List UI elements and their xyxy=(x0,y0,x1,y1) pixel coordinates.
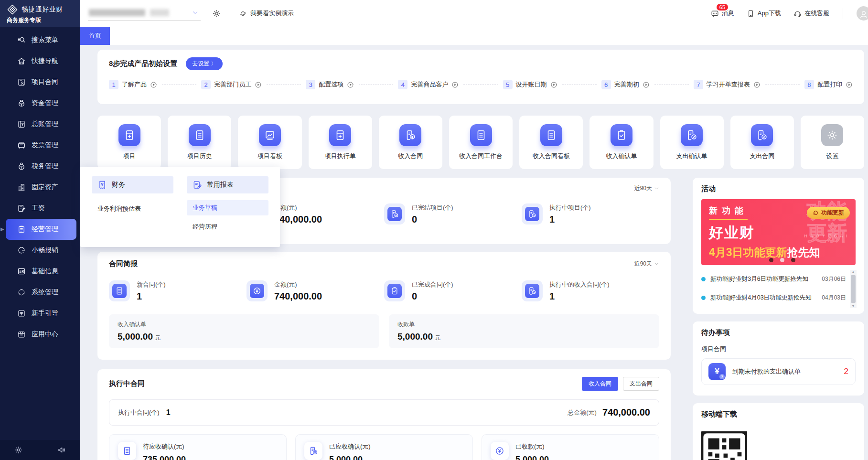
tab-home[interactable]: 首页 xyxy=(80,27,110,45)
step-connector xyxy=(267,85,301,85)
sidebar-item-project-contract[interactable]: 项目合同 xyxy=(6,72,76,93)
contract-range-selector[interactable]: 近90天 xyxy=(634,260,659,268)
main-content: 8步完成产品初始设置 去设置〉 1了解产品 2完善部门员工 3配置选项 4完善商… xyxy=(80,45,868,460)
project-range-selector[interactable]: 近90天 xyxy=(634,184,659,193)
search-icon xyxy=(17,36,26,44)
user-avatar[interactable] xyxy=(857,6,868,21)
announcement-volume-icon[interactable] xyxy=(57,446,66,454)
feature-update-badge[interactable]: 功能更新 xyxy=(807,207,850,219)
tile-expense-contract[interactable]: 支出合同 xyxy=(730,116,794,169)
tax-bag-icon xyxy=(17,162,26,171)
play-video-icon[interactable] xyxy=(150,81,157,88)
go-setup-button[interactable]: 去设置〉 xyxy=(186,57,223,70)
tile-project-board[interactable]: 项目看板 xyxy=(238,116,301,169)
tile-label: 项目 xyxy=(123,152,136,160)
news-item[interactable]: 新功能|好业财3月6日功能更新抢先知 03月06日 xyxy=(701,270,846,289)
flyout-item-business-history[interactable]: 经营历程 xyxy=(187,219,268,235)
setup-step: 5设开账日期 xyxy=(503,80,557,89)
contract-running-stat: 执行中的收入合同(个)1 xyxy=(522,280,659,302)
sidebar-item-search-menu[interactable]: 搜索菜单 xyxy=(6,30,76,51)
expense-contract-button[interactable]: 支出合同 xyxy=(623,377,659,391)
online-service-button[interactable]: 在线客服 xyxy=(793,9,829,18)
tile-project-history[interactable]: 项目历史 xyxy=(168,116,231,169)
document-lines-icon xyxy=(540,124,562,146)
document-user-icon xyxy=(17,78,26,86)
scrollbar-thumb[interactable] xyxy=(851,275,856,303)
flyout-item-business-draft[interactable]: 业务草稿 xyxy=(187,200,268,215)
app-download-button[interactable]: App下载 xyxy=(747,9,781,18)
business-management-flyout: 财务 业务利润预估表 常用报表 业务草稿 经营历程 xyxy=(80,167,280,247)
contract-amount-stat: 金额(元)740,000.00 xyxy=(246,280,384,302)
app-center-icon xyxy=(17,330,26,339)
sidebar-item-base-info[interactable]: 基础信息 xyxy=(6,261,76,282)
todo-item[interactable]: ¥? 到期未付款的支出确认单 2 xyxy=(701,358,856,385)
tile-project-execution[interactable]: 项目执行单 xyxy=(309,116,372,169)
news-item[interactable]: 新功能|好业财4月03日功能更新抢先知 04月03日 xyxy=(701,289,846,307)
contract-brief-title: 合同简报 xyxy=(109,259,138,268)
sidebar-item-app-center[interactable]: 应用中心 xyxy=(6,324,76,345)
setup-step: 4完善商品客户 xyxy=(398,80,459,89)
tile-income-contract[interactable]: 收入合同 xyxy=(379,116,442,169)
sidebar-item-quick-nav[interactable]: 快捷导航 xyxy=(6,51,76,72)
sidebar-collapse-arrow[interactable]: ▶ xyxy=(0,226,4,232)
step-number: 7 xyxy=(694,80,703,89)
scroll-down-arrow[interactable]: ▼ xyxy=(851,304,855,308)
contract-brief-card: 合同简报 近90天 新合同(个)1 金额(元)740,000.00 已完成合同(… xyxy=(97,252,671,360)
sidebar-item-salary[interactable]: 工资 xyxy=(6,198,76,219)
tile-project[interactable]: 项目 xyxy=(97,116,161,169)
tile-settings[interactable]: 设置 xyxy=(801,116,864,169)
qr-code xyxy=(701,431,747,460)
tab-bar: 首页 xyxy=(80,27,868,45)
tile-expense-confirmation[interactable]: 支出确认单 xyxy=(660,116,724,169)
tile-label: 收入确认单 xyxy=(606,152,637,160)
step-connector xyxy=(463,85,498,85)
sidebar-item-fixed-assets[interactable]: 固定资产 xyxy=(6,177,76,198)
tile-income-confirmation[interactable]: 收入确认单 xyxy=(589,116,653,169)
setup-guide-card: 8步完成产品初始设置 去设置〉 1了解产品 2完善部门员工 3配置选项 4完善商… xyxy=(97,50,864,104)
income-confirmation-subcard[interactable]: 收入确认单 5,000.00元 xyxy=(109,314,379,348)
receipt-subcard[interactable]: 收款单 5,000.00元 xyxy=(389,314,659,348)
scroll-up-arrow[interactable]: ▲ xyxy=(851,270,855,274)
sidebar-item-invoice[interactable]: 发票管理 xyxy=(6,135,76,156)
setup-step: 2完善部门员工 xyxy=(201,80,262,89)
tile-income-contract-workbench[interactable]: 收入合同工作台 xyxy=(449,116,513,169)
demo-link[interactable]: 我要看实例演示 xyxy=(239,9,294,18)
settings-gear-icon[interactable] xyxy=(14,446,23,454)
play-video-icon[interactable] xyxy=(643,81,650,88)
play-video-icon[interactable] xyxy=(550,81,557,88)
play-video-icon[interactable] xyxy=(753,81,761,88)
flyout-item-profit-estimate[interactable]: 业务利润预估表 xyxy=(92,201,173,216)
sidebar-item-beginner-guide[interactable]: 新手引导 xyxy=(6,303,76,324)
bullet-dot-icon xyxy=(701,277,706,281)
document-lines-icon xyxy=(470,124,492,146)
sidebar-item-tax[interactable]: 税务管理 xyxy=(6,156,76,177)
play-video-icon[interactable] xyxy=(347,81,354,88)
step-label: 完善部门员工 xyxy=(214,80,251,89)
company-selector[interactable] xyxy=(88,6,201,21)
setup-step: 1了解产品 xyxy=(109,80,157,89)
sidebar-item-funds[interactable]: 资金管理 xyxy=(6,93,76,114)
todo-item-label: 到期未付款的支出确认单 xyxy=(732,367,837,376)
tile-label: 支出确认单 xyxy=(676,152,707,160)
play-video-icon[interactable] xyxy=(451,81,459,88)
news-scrollbar[interactable]: ▲ ▼ xyxy=(850,270,857,308)
promo-banner[interactable]: 功能更新 新功能 好业财 4月3日功能更新抢先知 功能更新 H A O Y E … xyxy=(701,199,856,265)
clipboard-icon xyxy=(17,225,26,234)
tile-income-contract-board[interactable]: 收入合同看板 xyxy=(519,116,583,169)
news-text: 新功能|好业财4月03日功能更新抢先知 xyxy=(710,294,819,302)
sidebar-item-label: 小畅报销 xyxy=(32,246,58,255)
play-video-icon[interactable] xyxy=(846,81,853,88)
sidebar-item-general-ledger[interactable]: 总账管理 xyxy=(6,114,76,135)
document-coin-icon xyxy=(399,124,421,146)
sidebar-item-expense[interactable]: 小畅报销 xyxy=(6,240,76,261)
play-video-icon[interactable] xyxy=(255,81,262,88)
sidebar-item-system[interactable]: 系统管理 xyxy=(6,282,76,303)
messages-button[interactable]: 消息 65 xyxy=(711,9,734,18)
sidebar-item-business-management[interactable]: 经营管理 xyxy=(6,219,76,240)
clipboard-check-icon xyxy=(611,124,632,146)
income-contract-button[interactable]: 收入合同 xyxy=(582,377,618,391)
account-settings-gear-icon[interactable] xyxy=(212,9,221,18)
step-label: 配置打印 xyxy=(817,80,842,89)
building-icon xyxy=(17,183,26,192)
step-label: 配置选项 xyxy=(319,80,343,89)
